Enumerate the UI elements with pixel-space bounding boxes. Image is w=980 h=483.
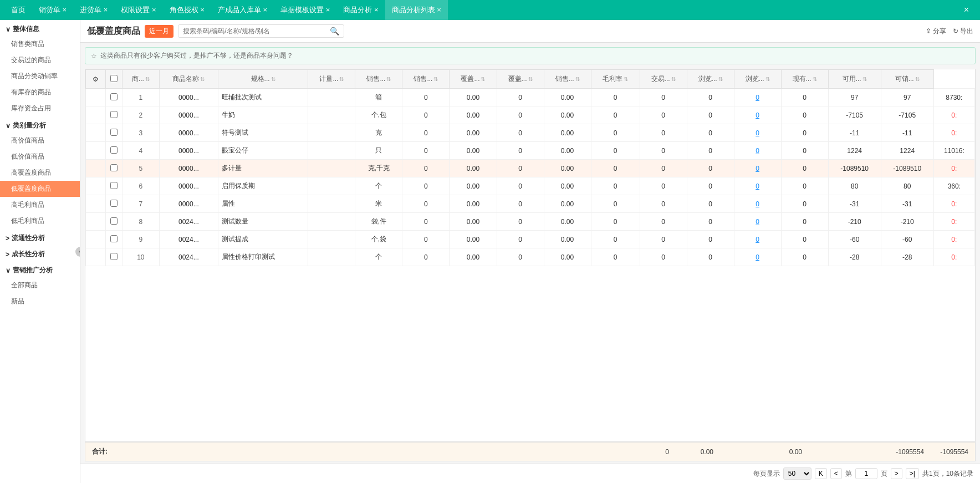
page-size-select[interactable]: 50100200: [783, 467, 811, 480]
col-sales-amt[interactable]: 销售...⇅: [402, 70, 450, 89]
nav-sales[interactable]: 销货单 ×: [32, 0, 73, 20]
col-settings[interactable]: ⚙: [86, 70, 106, 89]
row-view-cnt[interactable]: 0: [734, 89, 781, 106]
col-view-rate[interactable]: 浏览...⇅: [734, 70, 781, 89]
col-sales-days[interactable]: 销售...⇅: [544, 70, 591, 89]
sidebar-group-marketing[interactable]: ∨ 营销推广分析: [0, 261, 80, 277]
row-cover-rate: 0.00: [544, 124, 591, 142]
col-gross-rate[interactable]: 毛利率⇅: [591, 70, 640, 89]
col-unit[interactable]: 计量...⇅: [308, 70, 355, 89]
row-checkbox[interactable]: [110, 182, 118, 189]
row-sales-amt: 0.00: [450, 124, 497, 142]
col-checkbox[interactable]: [105, 70, 122, 89]
search-input[interactable]: [183, 27, 330, 35]
row-checkbox-cell[interactable]: [105, 177, 122, 195]
time-filter-button[interactable]: 近一月: [145, 25, 173, 38]
col-cover-num[interactable]: 覆盖...⇅: [450, 70, 497, 89]
row-checkbox-cell[interactable]: [105, 248, 122, 266]
col-name[interactable]: 商品名称⇅: [159, 70, 218, 89]
col-spec[interactable]: 规格...⇅: [218, 70, 308, 89]
row-view-cnt[interactable]: 0: [734, 195, 781, 213]
sidebar-group-category-analysis[interactable]: ∨ 类别量分析: [0, 116, 80, 133]
table-row: 4 0000... 眼宝公仔 只 0 0.00 0 0.00 0 0 0 0 0…: [86, 142, 975, 160]
sidebar-item-inventory-products[interactable]: 有库存的商品: [0, 84, 80, 100]
row-unit: 个,袋: [355, 231, 402, 248]
row-view-cnt[interactable]: 0: [734, 213, 781, 231]
col-cover-rate[interactable]: 覆盖...⇅: [497, 70, 544, 89]
select-all-checkbox[interactable]: [110, 75, 118, 82]
sidebar-item-low-value[interactable]: 低价值商品: [0, 149, 80, 165]
row-name: 牛奶: [218, 106, 308, 124]
col-sales-qty[interactable]: 销售...⇅: [355, 70, 402, 89]
row-checkbox[interactable]: [110, 235, 118, 242]
sidebar-item-category-turnover[interactable]: 商品分类动销率: [0, 68, 80, 84]
first-page-button[interactable]: K: [815, 468, 827, 479]
table-body: 1 0000... 旺辅批次测试 箱 0 0.00 0 0.00 0 0 0 0…: [86, 89, 975, 266]
row-checkbox-cell[interactable]: [105, 106, 122, 124]
row-checkbox-cell[interactable]: [105, 213, 122, 231]
row-checkbox[interactable]: [110, 217, 118, 225]
row-trade-cnt: 0: [687, 142, 734, 160]
nav-finished-goods[interactable]: 产成品入库单 ×: [211, 0, 274, 20]
sidebar-item-high-value[interactable]: 高价值商品: [0, 133, 80, 149]
nav-templates[interactable]: 单据模板设置 ×: [274, 0, 336, 20]
prev-page-button[interactable]: <: [830, 468, 842, 479]
col-avail-qty[interactable]: 可用...⇅: [828, 70, 881, 89]
sidebar-item-low-coverage[interactable]: 低覆盖度商品: [0, 181, 80, 197]
row-view-cnt[interactable]: 0: [734, 106, 781, 124]
row-checkbox[interactable]: [110, 111, 118, 118]
row-view-cnt[interactable]: 0: [734, 248, 781, 266]
row-checkbox-cell[interactable]: [105, 124, 122, 142]
sidebar-item-all-products[interactable]: 全部商品: [0, 277, 80, 293]
row-current-qty: 1224: [828, 142, 881, 160]
sidebar-item-high-margin[interactable]: 高毛利商品: [0, 197, 80, 213]
row-checkbox[interactable]: [110, 200, 118, 207]
row-checkbox[interactable]: [110, 129, 118, 136]
nav-purchase[interactable]: 进货单 ×: [73, 0, 114, 20]
nav-roles[interactable]: 角色授权 ×: [163, 0, 211, 20]
nav-product-analysis-list[interactable]: 商品分析列表 ×: [385, 0, 448, 20]
col-sellable[interactable]: 可销...⇅: [881, 70, 933, 89]
nav-product-analysis[interactable]: 商品分析 ×: [336, 0, 385, 20]
row-checkbox[interactable]: [110, 164, 118, 171]
export-button[interactable]: ↻ 导出: [953, 27, 973, 36]
close-window-button[interactable]: ×: [957, 5, 976, 15]
sidebar-item-inventory-funds[interactable]: 库存资金占用: [0, 100, 80, 116]
row-sales-qty: 0: [402, 160, 450, 177]
share-button[interactable]: ⇪ 分享: [926, 27, 946, 36]
row-checkbox[interactable]: [110, 93, 118, 100]
next-page-button[interactable]: >: [891, 468, 902, 479]
row-view-cnt[interactable]: 0: [734, 142, 781, 160]
sidebar-group-growth[interactable]: > 成长性分析: [0, 245, 80, 261]
row-checkbox-cell[interactable]: [105, 195, 122, 213]
sidebar-item-traded-products[interactable]: 交易过的商品: [0, 52, 80, 68]
nav-permissions[interactable]: 权限设置 ×: [114, 0, 162, 20]
row-avail-qty: -31: [881, 195, 933, 213]
sidebar-item-high-coverage[interactable]: 高覆盖度商品: [0, 165, 80, 181]
row-checkbox-cell[interactable]: [105, 160, 122, 177]
sidebar-item-new-products[interactable]: 新品: [0, 293, 80, 309]
row-checkbox-cell[interactable]: [105, 89, 122, 106]
sidebar-group-liquidity[interactable]: > 流通性分析: [0, 229, 80, 245]
row-checkbox[interactable]: [110, 146, 118, 154]
row-view-cnt[interactable]: 0: [734, 177, 781, 195]
last-page-button[interactable]: >|: [906, 468, 919, 479]
row-checkbox-cell[interactable]: [105, 142, 122, 160]
row-checkbox-cell[interactable]: [105, 231, 122, 248]
sidebar-item-low-margin[interactable]: 低毛利商品: [0, 213, 80, 229]
col-view-cnt[interactable]: 浏览...⇅: [687, 70, 734, 89]
settings-icon[interactable]: ⚙: [93, 75, 99, 83]
sidebar-item-sales-products[interactable]: 销售类商品: [0, 36, 80, 52]
row-unit: 克: [355, 124, 402, 142]
nav-home[interactable]: 首页: [4, 0, 32, 20]
row-checkbox[interactable]: [110, 253, 118, 260]
sidebar-group-overall[interactable]: ∨ 整体信息: [0, 20, 80, 36]
col-code[interactable]: 商...⇅: [122, 70, 159, 89]
col-trade-cnt[interactable]: 交易...⇅: [640, 70, 687, 89]
row-view-cnt[interactable]: 0: [734, 231, 781, 248]
row-view-cnt[interactable]: 0: [734, 160, 781, 177]
search-icon[interactable]: 🔍: [330, 27, 339, 35]
row-view-cnt[interactable]: 0: [734, 124, 781, 142]
page-number-input[interactable]: [855, 468, 877, 479]
col-current-qty[interactable]: 现有...⇅: [781, 70, 828, 89]
